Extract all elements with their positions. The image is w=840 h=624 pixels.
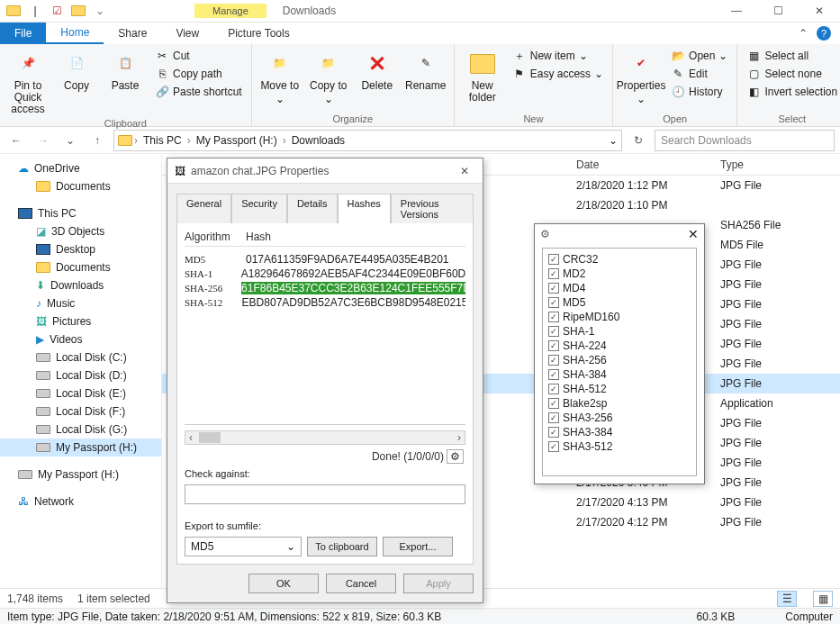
tab-security[interactable]: Security [231,194,287,223]
hash-option[interactable]: ✓RipeMD160 [548,310,691,324]
open-button[interactable]: 📂Open ⌄ [667,48,731,64]
tab-home[interactable]: Home [46,23,104,44]
copy-path-button[interactable]: ⎘Copy path [151,66,246,82]
breadcrumb-seg[interactable]: My Passport (H:) [193,134,281,147]
paste-shortcut-button[interactable]: 🔗Paste shortcut [151,84,246,100]
tab-view[interactable]: View [161,23,213,44]
export-format-combo[interactable]: MD5⌄ [185,537,302,556]
hash-option[interactable]: ✓SHA-512 [548,382,691,396]
cut-button[interactable]: ✂Cut [151,48,246,64]
checkbox-icon[interactable]: ✓ [548,441,559,452]
tab-hashes[interactable]: Hashes [338,194,391,223]
checkbox-icon[interactable]: ✓ [548,369,559,380]
popup-body[interactable]: ✓CRC32✓MD2✓MD4✓MD5✓RipeMD160✓SHA-1✓SHA-2… [542,248,697,476]
breadcrumb-seg[interactable]: This PC [140,134,185,147]
ok-button[interactable]: OK [248,574,319,593]
rename-button[interactable]: ✎Rename [403,48,448,94]
hash-option[interactable]: ✓MD2 [548,267,691,281]
move-to-button[interactable]: 📁Move to⌄ [257,48,303,107]
back-button[interactable]: ← [5,130,27,151]
checkbox-icon[interactable]: ✓ [548,355,559,366]
hash-option[interactable]: ✓SHA3-512 [548,439,691,454]
tree-local-g[interactable]: Local Disk (G:) [0,421,161,439]
copy-to-button[interactable]: 📁Copy to⌄ [306,48,351,107]
close-icon[interactable]: ✕ [688,227,699,241]
folder-icon[interactable] [4,1,23,21]
tree-passport-h2[interactable]: My Passport (H:) [0,466,161,484]
paste-button[interactable]: 📋Paste [103,48,148,94]
edit-button[interactable]: ✎Edit [667,66,731,82]
details-view-button[interactable]: ☰ [777,591,797,607]
tab-details[interactable]: Details [287,194,338,223]
copy-button[interactable]: 📄Copy [54,48,99,94]
new-folder-button[interactable]: New folder [460,48,505,105]
tree-local-d[interactable]: Local Disk (D:) [0,366,161,384]
select-none-button[interactable]: ▢Select none [743,66,840,82]
minimize-button[interactable]: — [716,0,757,23]
thumbnails-view-button[interactable]: ▦ [813,591,833,607]
checkbox-icon[interactable]: ✓ [548,268,559,279]
horizontal-scrollbar[interactable]: ‹ › [185,430,465,445]
hash-option[interactable]: ✓CRC32 [548,252,691,267]
tree-documents2[interactable]: Documents [0,258,161,276]
tab-picture-tools[interactable]: Picture Tools [213,23,303,44]
history-button[interactable]: 🕘History [667,84,731,100]
hash-option[interactable]: ✓MD4 [548,281,691,295]
tab-previous-versions[interactable]: Previous Versions [391,194,474,223]
properties-button[interactable]: ✔Properties⌄ [619,48,664,107]
tab-file[interactable]: File [0,23,46,44]
recent-dropdown[interactable]: ⌄ [59,130,81,151]
apply-button[interactable]: Apply [403,574,474,593]
cancel-button[interactable]: Cancel [326,574,396,593]
check-against-input[interactable] [185,484,465,504]
up-button[interactable]: ↑ [86,130,108,151]
help-icon[interactable]: ? [817,26,831,41]
ribbon-collapse-icon[interactable]: ⌃ [799,27,808,40]
hash-option[interactable]: ✓SHA-256 [548,353,691,367]
tree-3d-objects[interactable]: ◪3D Objects [0,222,161,240]
tree-desktop[interactable]: Desktop [0,240,161,258]
hash-option[interactable]: ✓MD5 [548,295,691,310]
gear-icon[interactable]: ⚙ [447,449,464,464]
tree-music[interactable]: ♪Music [0,294,161,312]
checkbox-icon[interactable]: ✓ [548,412,559,423]
checkbox-icon[interactable]: ✓ [548,283,559,294]
checkbox-icon[interactable]: ✓ [548,326,559,337]
qat-check-icon[interactable]: ☑ [47,1,67,21]
checkbox-icon[interactable]: ✓ [548,398,559,409]
tree-network[interactable]: 🖧Network [0,493,161,511]
tab-share[interactable]: Share [104,23,161,44]
scroll-right-icon[interactable]: › [454,431,465,444]
select-all-button[interactable]: ▦Select all [743,48,840,64]
hash-row[interactable]: SHA-1A182964678692AEB5AF4C2344E09E0BF60D… [185,267,465,281]
pin-button[interactable]: 📌Pin to Quick access [5,48,50,118]
hash-list[interactable]: MD5017A611359F9AD6A7E4495A035E4B201SHA-1… [185,252,465,425]
checkbox-icon[interactable]: ✓ [548,254,559,265]
checkbox-icon[interactable]: ✓ [548,340,559,351]
tree-local-c[interactable]: Local Disk (C:) [0,348,161,366]
hash-row[interactable]: SHA-512EBD807AD9DB52A7C3E6BCB98D9548E021… [185,295,465,310]
tree-videos[interactable]: ▶Videos [0,330,161,348]
maximize-button[interactable]: ☐ [757,0,799,23]
delete-button[interactable]: ✕Delete [355,48,400,94]
dialog-close-button[interactable]: ✕ [454,165,475,177]
hash-option[interactable]: ✓SHA-224 [548,339,691,353]
tree-pictures[interactable]: 🖼Pictures [0,312,161,330]
hash-option[interactable]: ✓SHA3-256 [548,411,691,425]
hash-option[interactable]: ✓SHA3-384 [548,425,691,439]
scroll-thumb[interactable] [199,432,221,443]
breadcrumb-seg[interactable]: Downloads [288,134,348,147]
search-input[interactable]: Search Downloads [655,130,835,151]
to-clipboard-button[interactable]: To clipboard [307,537,377,556]
new-item-button[interactable]: ＋New item ⌄ [509,48,607,64]
gear-icon[interactable]: ⚙ [540,228,550,240]
hash-row[interactable]: MD5017A611359F9AD6A7E4495A035E4B201 [185,252,465,267]
qat-dropdown-icon[interactable]: ⌄ [90,1,110,21]
qat-folder-icon[interactable] [68,1,88,21]
address-dropdown-icon[interactable]: ⌄ [609,134,618,147]
tab-general[interactable]: General [176,194,231,223]
tree-onedrive[interactable]: ☁OneDrive [0,159,161,177]
tree-downloads[interactable]: ⬇Downloads [0,276,161,294]
hash-option[interactable]: ✓Blake2sp [548,396,691,411]
tree-this-pc[interactable]: This PC [0,204,161,222]
